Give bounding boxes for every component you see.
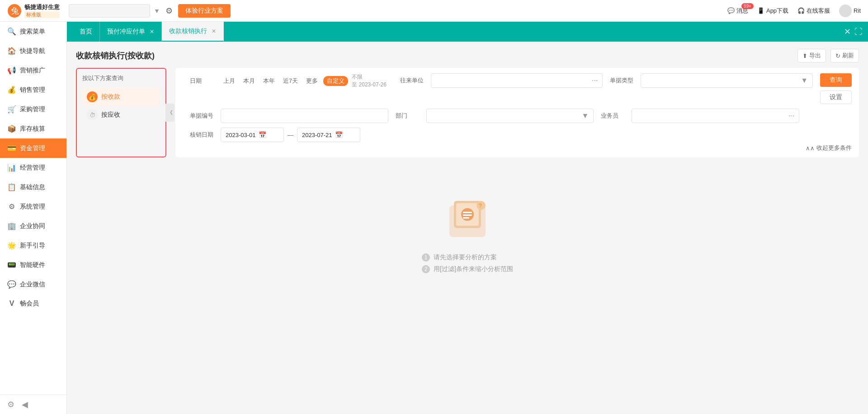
docno-input[interactable]	[221, 109, 388, 123]
filter-area: 按以下方案查询 💰 按收款 ⏱ 按应收 《	[76, 68, 859, 157]
docno-label: 单据编号	[190, 112, 217, 120]
filter-option-by-receivable[interactable]: ⏱ 按应收	[82, 106, 160, 124]
tab-prepay-label: 预付冲应付单	[107, 28, 145, 36]
writeoff-date-filter: 核销日期 2023-03-01 📅 — 2023-07-21 📅	[190, 128, 360, 142]
collapse-filter-button[interactable]: 《	[165, 104, 175, 122]
tab-prepay-close[interactable]: ✕	[150, 29, 154, 35]
dept-select[interactable]: ▼	[426, 109, 594, 123]
sidebar-item-guide[interactable]: 🌟 新手引导	[0, 236, 66, 255]
date-tab-last-month[interactable]: 上月	[221, 76, 238, 86]
avatar	[839, 5, 852, 17]
writeoff-date-start-input[interactable]: 2023-03-01 📅	[221, 128, 284, 142]
sidebar-item-sales[interactable]: 💰 销售管理	[0, 80, 66, 100]
tab-home-label: 首页	[80, 28, 92, 36]
doctype-label: 单据类型	[610, 76, 637, 85]
sidebar-item-finance[interactable]: 💳 资金管理	[0, 138, 66, 158]
sidebar-item-label: 系统管理	[20, 203, 45, 211]
date-tab-custom[interactable]: 自定义	[323, 76, 348, 86]
sidebar-item-quick-nav[interactable]: 🏠 快捷导航	[0, 41, 66, 61]
chevron-up-icon: ∧∧	[806, 145, 815, 152]
sidebar-item-basic-info[interactable]: 📋 基础信息	[0, 177, 66, 197]
main-layout: 🔍 搜索菜单 🏠 快捷导航 📢 营销推广 💰 销售管理 🛒 采购管理 📦 库存核…	[0, 22, 868, 414]
dropdown-icon[interactable]: ▼	[154, 7, 160, 14]
svg-rect-6	[463, 212, 472, 213]
expand-icon[interactable]: ⛶	[854, 27, 863, 37]
date-tab-more[interactable]: 更多	[303, 76, 321, 86]
export-button[interactable]: ⬆ 导出	[797, 49, 826, 62]
tabbar-actions: ✕ ⛶	[844, 27, 863, 37]
page-header: 收款核销执行(按收款) ⬆ 导出 ↻ 刷新	[76, 49, 859, 62]
doctype-select[interactable]: ▼	[641, 73, 813, 88]
sidebar-item-label: 搜索菜单	[20, 28, 45, 36]
query-button[interactable]: 查询	[820, 73, 852, 87]
staff-label: 业务员	[601, 112, 628, 120]
settings-icon[interactable]: ⚙	[7, 400, 14, 409]
app-download-button[interactable]: 📱 App下载	[757, 7, 788, 15]
sidebar-item-operation[interactable]: 📊 经营管理	[0, 158, 66, 177]
empty-tip-2: 2 用[过滤]条件来缩小分析范围	[422, 265, 513, 273]
svg-text:?: ?	[479, 203, 482, 209]
date-filter: 日期 上月 本月 本年 近7天 更多 自定义 不限 至	[190, 73, 393, 89]
counterparty-label: 往来单位	[400, 76, 427, 85]
staff-select[interactable]: ···	[632, 109, 799, 123]
counterparty-dots-icon: ···	[592, 76, 598, 85]
home-icon: 🏠	[7, 47, 16, 55]
svg-rect-7	[463, 214, 472, 216]
gear-icon[interactable]: ⚙	[165, 6, 173, 16]
sidebar-item-hardware[interactable]: 📟 智能硬件	[0, 255, 66, 275]
topbar: 兔 畅捷通好生意 标准版 ▼ ⚙ 体验行业方案 💬 消息 99+ 📱 App下载…	[0, 0, 868, 22]
page-title: 收款核销执行(按收款)	[76, 50, 155, 61]
enterprise-icon: 🏢	[7, 222, 16, 230]
tab-receipt-writeoff-close[interactable]: ✕	[212, 28, 216, 34]
calendar-end-icon: 📅	[335, 131, 343, 138]
sidebar-item-label: 采购管理	[20, 105, 45, 114]
username: Rit	[854, 7, 861, 14]
tab-receipt-writeoff[interactable]: 收款核销执行 ✕	[162, 22, 224, 42]
sidebar-item-label: 畅会员	[20, 300, 39, 308]
filter-row-1: 日期 上月 本月 本年 近7天 更多 自定义 不限 至	[190, 73, 852, 104]
solution-button[interactable]: 体验行业方案	[178, 4, 231, 18]
sidebar-item-enterprise[interactable]: 🏢 企业协同	[0, 216, 66, 236]
date-separator: —	[288, 132, 293, 138]
staff-filter: 业务员 ···	[601, 109, 799, 123]
filter-right-panel: 日期 上月 本月 本年 近7天 更多 自定义 不限 至	[175, 68, 859, 157]
brand-text: 畅捷通好生意 标准版	[24, 3, 60, 18]
sidebar-item-member[interactable]: V 畅会员	[0, 294, 66, 313]
filter-option-by-receipt[interactable]: 💰 按收款	[82, 88, 160, 106]
sidebar-item-marketing[interactable]: 📢 营销推广	[0, 61, 66, 80]
export-icon: ⬆	[802, 52, 807, 59]
close-tab-icon[interactable]: ✕	[844, 27, 851, 37]
date-tab-this-month[interactable]: 本月	[241, 76, 258, 86]
sidebar-item-label: 基础信息	[20, 183, 45, 191]
date-tab-this-year[interactable]: 本年	[260, 76, 278, 86]
topbar-search-box[interactable]	[69, 4, 150, 18]
date-no-limit-area: 不限 至 2023-07-26	[352, 73, 387, 89]
filter-option-receipt-label: 按收款	[101, 93, 120, 101]
sidebar-item-inventory[interactable]: 📦 库存核算	[0, 119, 66, 138]
sidebar-item-system[interactable]: ⚙ 系统管理	[0, 197, 66, 216]
empty-tips: 1 请先选择要分析的方案 2 用[过滤]条件来缩小分析范围	[422, 253, 513, 273]
messages-button[interactable]: 💬 消息 99+	[727, 7, 748, 15]
tab-home[interactable]: 首页	[72, 22, 100, 42]
collapse-icon[interactable]: ◀	[22, 400, 28, 409]
sidebar-item-search[interactable]: 🔍 搜索菜单	[0, 22, 66, 41]
sidebar-item-label: 库存核算	[20, 125, 45, 133]
filter-option-receivable-label: 按应收	[101, 111, 120, 119]
tab-prepay[interactable]: 预付冲应付单 ✕	[100, 22, 162, 42]
staff-dots-icon: ···	[788, 112, 794, 120]
app-logo-icon: 兔	[7, 4, 22, 18]
search-icon: 🔍	[7, 27, 16, 36]
dept-filter: 部门 ▼	[396, 109, 594, 123]
sidebar-item-purchase[interactable]: 🛒 采购管理	[0, 100, 66, 119]
collapse-more-button[interactable]: ∧∧ 收起更多条件	[190, 144, 852, 152]
user-area[interactable]: Rit	[839, 5, 861, 17]
date-tab-7days[interactable]: 近7天	[280, 76, 301, 86]
online-service-button[interactable]: 🎧 在线客服	[797, 7, 830, 15]
sidebar-item-wechat[interactable]: 💬 企业微信	[0, 275, 66, 294]
settings-button[interactable]: 设置	[820, 90, 852, 104]
counterparty-select[interactable]: ···	[431, 73, 603, 88]
refresh-button[interactable]: ↻ 刷新	[830, 49, 859, 62]
sidebar-item-label: 资金管理	[20, 144, 45, 152]
writeoff-date-end-input[interactable]: 2023-07-21 📅	[297, 128, 360, 142]
doctype-dropdown-icon: ▼	[801, 76, 808, 85]
